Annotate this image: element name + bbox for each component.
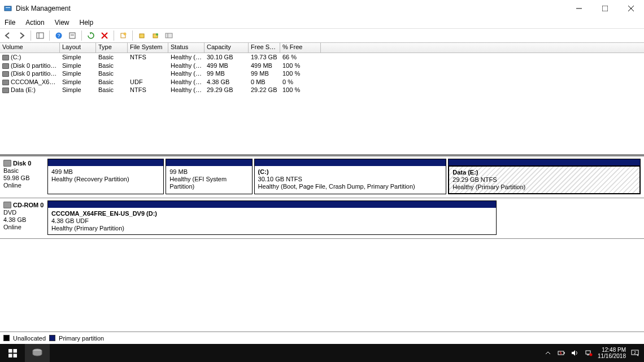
taskbar-date: 11/16/2018	[598, 353, 626, 359]
partition[interactable]: CCCOMA_X64FRE_EN-US_DV9 (D:)4.38 GB UDFH…	[47, 200, 497, 235]
start-button[interactable]	[0, 344, 25, 362]
volume-cell: 499 MB	[249, 62, 280, 69]
volume-cell: 99 MB	[249, 70, 280, 77]
volume-cell: Simple	[60, 62, 96, 69]
column-header[interactable]: Free Spa...	[249, 43, 280, 53]
column-header[interactable]: Capacity	[204, 43, 249, 53]
menu-file[interactable]: File	[3, 18, 16, 27]
volume-cell: Healthy (E...	[168, 70, 204, 77]
volume-row[interactable]: Data (E:)SimpleBasicNTFSHealthy (P...29.…	[0, 86, 644, 94]
volume-row[interactable]: (C:)SimpleBasicNTFSHealthy (B...30.10 GB…	[0, 53, 644, 62]
svg-rect-22	[8, 349, 12, 353]
minimize-button[interactable]	[566, 0, 592, 17]
svg-rect-30	[587, 355, 589, 355]
svg-rect-28	[564, 352, 565, 354]
delete-button[interactable]	[99, 30, 110, 41]
graphical-view: Disk 0Basic59.98 GBOnline499 MBHealthy (…	[0, 155, 644, 344]
volume-cell: 100 %	[280, 62, 321, 69]
volume-cell: 0 MB	[249, 78, 280, 85]
action1-button[interactable]	[136, 30, 147, 41]
disk-row: Disk 0Basic59.98 GBOnline499 MBHealthy (…	[0, 156, 644, 198]
forward-button[interactable]	[16, 30, 27, 41]
maximize-button[interactable]	[592, 0, 618, 17]
disk-icon	[3, 202, 11, 208]
tray-up-icon[interactable]	[543, 348, 552, 357]
column-header[interactable]: Layout	[60, 43, 96, 53]
column-header[interactable]: Volume	[0, 43, 60, 53]
volume-cell: 0 %	[280, 78, 321, 85]
refresh-button[interactable]	[85, 30, 97, 41]
window-controls	[566, 0, 644, 17]
column-header[interactable]: File System	[128, 43, 168, 53]
volume-cell: Data (E:)	[0, 86, 60, 93]
volume-cell: 19.73 GB	[249, 54, 280, 60]
volume-cell: Basic	[96, 78, 128, 85]
help-button[interactable]: ?	[53, 30, 64, 41]
volume-cell: UDF	[128, 78, 168, 85]
svg-point-16	[124, 33, 127, 36]
svg-rect-0	[5, 6, 11, 11]
volume-icon	[2, 63, 9, 69]
column-header[interactable]: Type	[96, 43, 128, 53]
volume-cell: Healthy (R...	[168, 62, 204, 69]
taskbar-time: 12:48 PM	[598, 347, 626, 353]
tray-network-icon[interactable]	[584, 348, 593, 357]
volume-cell: 499 MB	[204, 62, 249, 69]
disk-info[interactable]: CD-ROM 0DVD4.38 GBOnline	[1, 200, 47, 235]
volume-cell: 99 MB	[204, 70, 249, 77]
volume-row[interactable]: (Disk 0 partition 1)SimpleBasicHealthy (…	[0, 62, 644, 70]
partition[interactable]: 99 MBHealthy (EFI System Partition)	[166, 159, 252, 194]
volume-icon	[2, 55, 9, 60]
disk-info[interactable]: Disk 0Basic59.98 GBOnline	[1, 159, 47, 194]
svg-rect-23	[13, 349, 17, 353]
partition[interactable]: Data (E:)29.29 GB NTFSHealthy (Primary P…	[448, 159, 641, 194]
svg-rect-1	[6, 7, 10, 8]
new-button[interactable]	[118, 30, 129, 41]
toolbar: ?	[0, 28, 644, 43]
svg-rect-20	[166, 33, 172, 38]
volume-cell: Basic	[96, 54, 128, 60]
volume-cell: Healthy (P...	[168, 86, 204, 93]
volume-cell: Simple	[60, 78, 96, 85]
action2-button[interactable]	[150, 30, 161, 41]
window-title: Disk Management	[16, 5, 566, 12]
svg-rect-29	[586, 351, 590, 354]
tray-volume-icon[interactable]	[571, 348, 580, 357]
close-button[interactable]	[618, 0, 644, 17]
volume-icon	[2, 71, 9, 77]
legend-primary-swatch	[49, 335, 55, 341]
tray-battery-icon[interactable]	[557, 348, 566, 357]
volume-row[interactable]: CCCOMA_X64FRE...SimpleBasicUDFHealthy (P…	[0, 78, 644, 86]
tray-notifications-icon[interactable]: 2	[630, 348, 639, 357]
volume-cell: Healthy (P...	[168, 78, 204, 85]
action3-button[interactable]	[163, 30, 175, 41]
svg-rect-17	[140, 34, 144, 38]
menu-action[interactable]: Action	[24, 18, 45, 27]
taskbar-clock[interactable]: 12:48 PM 11/16/2018	[598, 347, 626, 359]
volume-cell: 100 %	[280, 70, 321, 77]
volume-cell: 29.22 GB	[249, 86, 280, 93]
show-hide-button[interactable]	[34, 30, 46, 41]
menu-help[interactable]: Help	[79, 18, 95, 27]
partition-body: 499 MBHealthy (Recovery Partition)	[48, 166, 163, 194]
partition[interactable]: (C:)30.10 GB NTFSHealthy (Boot, Page Fil…	[254, 159, 447, 194]
menu-view[interactable]: View	[54, 18, 71, 27]
taskbar-app-diskmgmt[interactable]	[25, 344, 50, 362]
properties-button[interactable]	[67, 30, 78, 41]
partition[interactable]: 499 MBHealthy (Recovery Partition)	[47, 159, 164, 194]
title-bar: Disk Management	[0, 0, 644, 17]
partition-bar	[48, 159, 163, 166]
back-button[interactable]	[2, 30, 14, 41]
disk-row: CD-ROM 0DVD4.38 GBOnlineCCCOMA_X64FRE_EN…	[0, 198, 644, 239]
volume-cell: 29.29 GB	[204, 86, 249, 93]
partition-body: CCCOMA_X64FRE_EN-US_DV9 (D:)4.38 GB UDFH…	[48, 208, 496, 234]
volume-cell: Basic	[96, 86, 128, 93]
volume-row[interactable]: (Disk 0 partition 2)SimpleBasicHealthy (…	[0, 69, 644, 78]
column-header[interactable]: Status	[168, 43, 204, 53]
menu-bar: File Action View Help	[0, 17, 644, 28]
volume-cell: Simple	[60, 54, 96, 60]
volume-cell: 4.38 GB	[204, 78, 249, 85]
column-header[interactable]: % Free	[280, 43, 321, 53]
volume-cell: Simple	[60, 86, 96, 93]
partition-bar	[48, 201, 496, 208]
